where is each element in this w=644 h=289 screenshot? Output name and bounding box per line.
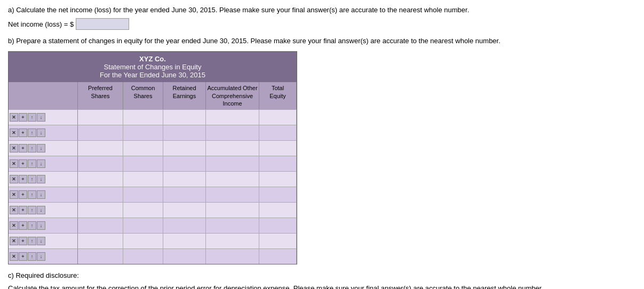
add-row-button[interactable]: + <box>19 113 27 122</box>
cell-total <box>259 156 297 171</box>
cell-preferred <box>78 156 123 171</box>
section-a-answer-row: Net income (loss) = $ <box>8 18 636 30</box>
table-row: ✕ + ↑ ↓ <box>9 233 297 248</box>
move-down-button[interactable]: ↓ <box>37 144 45 152</box>
cell-retained <box>163 203 206 218</box>
add-row-button[interactable]: + <box>19 175 27 183</box>
move-down-button[interactable]: ↓ <box>37 113 45 122</box>
cell-preferred <box>78 110 123 125</box>
delete-row-button[interactable]: ✕ <box>10 129 18 137</box>
move-up-button[interactable]: ↑ <box>28 144 36 152</box>
cell-preferred <box>78 249 123 264</box>
cell-common <box>123 249 163 264</box>
delete-row-button[interactable]: ✕ <box>10 159 18 168</box>
row-controls: ✕ + ↑ ↓ <box>9 141 78 156</box>
cell-common <box>123 141 163 156</box>
move-up-button[interactable]: ↑ <box>28 129 36 137</box>
col-header-retained: RetainedEarnings <box>163 82 206 109</box>
delete-row-button[interactable]: ✕ <box>10 221 18 230</box>
cell-accumulated <box>206 172 259 187</box>
add-row-button[interactable]: + <box>19 206 27 214</box>
row-controls: ✕ + ↑ ↓ <box>9 156 78 171</box>
cell-retained <box>163 125 206 140</box>
move-up-button[interactable]: ↑ <box>28 252 36 261</box>
delete-row-button[interactable]: ✕ <box>10 206 18 214</box>
move-down-button[interactable]: ↓ <box>37 221 45 230</box>
section-b: b) Prepare a statement of changes in equ… <box>8 36 636 264</box>
table-row: ✕ + ↑ ↓ <box>9 125 297 140</box>
add-row-button[interactable]: + <box>19 221 27 230</box>
cell-preferred <box>78 172 123 187</box>
section-a-label: Net income (loss) = $ <box>8 20 74 28</box>
move-down-button[interactable]: ↓ <box>37 252 45 261</box>
move-up-button[interactable]: ↑ <box>28 206 36 214</box>
row-controls: ✕ + ↑ ↓ <box>9 203 78 218</box>
cell-accumulated <box>206 125 259 140</box>
cell-accumulated <box>206 234 259 248</box>
move-up-button[interactable]: ↑ <box>28 221 36 230</box>
delete-row-button[interactable]: ✕ <box>10 113 18 122</box>
cell-common <box>123 218 163 233</box>
add-row-button[interactable]: + <box>19 129 27 137</box>
cell-total <box>259 218 297 233</box>
equity-table: XYZ Co. Statement of Changes in Equity F… <box>8 51 297 264</box>
delete-row-button[interactable]: ✕ <box>10 237 18 245</box>
company-name: XYZ Co. <box>19 55 286 63</box>
section-a-question: a) Calculate the net income (loss) for t… <box>8 5 636 15</box>
cell-retained <box>163 141 206 156</box>
move-up-button[interactable]: ↑ <box>28 113 36 122</box>
section-c-question-line1: c) Required disclosure: <box>8 271 636 280</box>
move-up-button[interactable]: ↑ <box>28 175 36 183</box>
row-label-col-header <box>9 82 78 109</box>
table-row: ✕ + ↑ ↓ <box>9 140 297 156</box>
cell-retained <box>163 218 206 233</box>
add-row-button[interactable]: + <box>19 252 27 261</box>
cell-accumulated <box>206 187 259 202</box>
cell-common <box>123 203 163 218</box>
add-row-button[interactable]: + <box>19 190 27 199</box>
add-row-button[interactable]: + <box>19 144 27 152</box>
cell-accumulated <box>206 249 259 264</box>
cell-retained <box>163 110 206 125</box>
table-row: ✕ + ↑ ↓ <box>9 187 297 202</box>
move-up-button[interactable]: ↑ <box>28 159 36 168</box>
move-down-button[interactable]: ↓ <box>37 237 45 245</box>
net-income-input[interactable] <box>76 18 129 30</box>
row-controls: ✕ + ↑ ↓ <box>9 187 78 202</box>
row-controls: ✕ + ↑ ↓ <box>9 172 78 187</box>
move-down-button[interactable]: ↓ <box>37 190 45 199</box>
cell-accumulated <box>206 156 259 171</box>
table-header: XYZ Co. Statement of Changes in Equity F… <box>9 52 297 82</box>
cell-accumulated <box>206 203 259 218</box>
cell-retained <box>163 156 206 171</box>
section-a: a) Calculate the net income (loss) for t… <box>8 5 636 30</box>
delete-row-button[interactable]: ✕ <box>10 175 18 183</box>
table-row: ✕ + ↑ ↓ <box>9 202 297 218</box>
cell-retained <box>163 172 206 187</box>
cell-total <box>259 234 297 248</box>
cell-preferred <box>78 141 123 156</box>
table-row: ✕ + ↑ ↓ <box>9 156 297 171</box>
delete-row-button[interactable]: ✕ <box>10 190 18 199</box>
delete-row-button[interactable]: ✕ <box>10 252 18 261</box>
move-down-button[interactable]: ↓ <box>37 206 45 214</box>
cell-total <box>259 125 297 140</box>
row-controls: ✕ + ↑ ↓ <box>9 218 78 233</box>
move-up-button[interactable]: ↑ <box>28 237 36 245</box>
cell-preferred <box>78 125 123 140</box>
cell-accumulated <box>206 110 259 125</box>
cell-total <box>259 110 297 125</box>
table-row: ✕ + ↑ ↓ <box>9 218 297 233</box>
add-row-button[interactable]: + <box>19 237 27 245</box>
move-up-button[interactable]: ↑ <box>28 190 36 199</box>
col-header-accumulated: Accumulated OtherComprehensiveIncome <box>206 82 259 109</box>
add-row-button[interactable]: + <box>19 159 27 168</box>
cell-common <box>123 110 163 125</box>
cell-common <box>123 156 163 171</box>
section-b-question: b) Prepare a statement of changes in equ… <box>8 36 636 46</box>
cell-retained <box>163 187 206 202</box>
delete-row-button[interactable]: ✕ <box>10 144 18 152</box>
move-down-button[interactable]: ↓ <box>37 129 45 137</box>
move-down-button[interactable]: ↓ <box>37 159 45 168</box>
move-down-button[interactable]: ↓ <box>37 175 45 183</box>
